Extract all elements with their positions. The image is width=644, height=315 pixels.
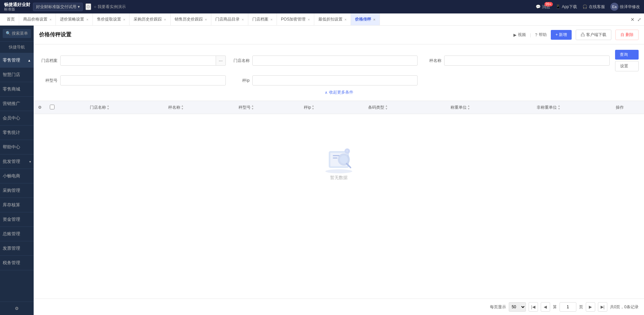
expand-arrow-icon: ▲	[28, 59, 31, 62]
page-number-input[interactable]	[560, 302, 576, 312]
table-header-check[interactable]	[46, 101, 59, 114]
message-button[interactable]: 💬 消息 99+	[536, 4, 550, 10]
sidebar-item-help[interactable]: 帮助中心	[0, 140, 34, 154]
sidebar-item-invoice[interactable]: 发票管理	[0, 241, 34, 256]
data-table: ⚙ 门店名称 ▲▼ 秤名称	[34, 101, 644, 208]
close-all-tabs-button[interactable]: ✕	[631, 17, 635, 22]
settings-search-button[interactable]: 设置	[615, 61, 639, 71]
collapse-button[interactable]: ∧ 收起更多条件	[325, 90, 353, 95]
user-area[interactable]: Ea 徐泽华修改	[610, 3, 640, 11]
header-divider: |	[530, 32, 531, 37]
sidebar-item-member[interactable]: 会员中心	[0, 111, 34, 126]
first-page-button[interactable]: |◀	[529, 302, 538, 312]
close-tab-store-profile[interactable]: ×	[271, 18, 273, 22]
close-tab-price-scale[interactable]: ×	[373, 18, 375, 22]
tab-sale-price[interactable]: 售价提取设置 ×	[93, 13, 130, 26]
last-page-button[interactable]: ▶|	[598, 302, 607, 312]
delete-button[interactable]: 自 删除	[615, 30, 639, 40]
scale-model-input[interactable]	[60, 75, 226, 85]
tab-store-catalog[interactable]: 门店商品目录 ×	[211, 13, 248, 26]
close-tab-store-catalog[interactable]: ×	[242, 18, 244, 22]
store-name-input[interactable]	[252, 56, 418, 66]
message-badge: 99+	[544, 2, 553, 6]
add-button[interactable]: + 新增	[551, 30, 572, 40]
next-page-button[interactable]: ▶	[586, 302, 595, 312]
page-size-select[interactable]: 50 10 20 100	[509, 302, 526, 312]
sidebar-item-accounting[interactable]: 总账管理	[0, 227, 34, 241]
sidebar-item-retail-stats[interactable]: 零售统计	[0, 126, 34, 140]
top-bar: 畅捷通好业财 标准版 好业财标准版交付试用 ▾ ⚙ ○ 我要看实例演示 💬 消息…	[0, 0, 644, 13]
sidebar-item-purchase[interactable]: 采购管理	[0, 183, 34, 198]
store-name-field: 门店名称	[231, 56, 418, 66]
online-service-button[interactable]: 🎧 在线客服	[582, 4, 605, 10]
table-header-settings[interactable]: ⚙	[34, 101, 46, 114]
table-header-barcode-type[interactable]: 条码类型 ▲▼	[337, 101, 419, 114]
sidebar-item-retail[interactable]: 零售管理 ▲	[0, 53, 34, 68]
close-tab-pos-manage[interactable]: ×	[308, 18, 310, 22]
video-link[interactable]: ▶ 视频	[513, 32, 526, 38]
top-bar-right: 💬 消息 99+ 📱 App下载 🎧 在线客服 Ea 徐泽华修改	[536, 3, 640, 11]
close-tab-sale-history[interactable]: ×	[205, 18, 207, 22]
page-label-before: 算	[553, 304, 557, 310]
select-all-checkbox[interactable]	[50, 105, 55, 109]
maximize-button[interactable]: ⤢	[637, 17, 641, 22]
scale-name-input[interactable]	[444, 56, 610, 66]
close-tab-product-price[interactable]: ×	[49, 18, 51, 22]
table-header-store-name[interactable]: 门店名称 ▲▼	[59, 101, 141, 114]
table-header-scale-model[interactable]: 秤型号 ▲▼	[211, 101, 281, 114]
tab-pos-manage[interactable]: POS加密管理 ×	[277, 13, 314, 26]
sidebar-item-inventory[interactable]: 库存核算	[0, 198, 34, 212]
sidebar-item-tax[interactable]: 税务管理	[0, 256, 34, 270]
close-tab-purchase-history[interactable]: ×	[164, 18, 166, 22]
form-row-2: 秤型号 秤ip	[39, 75, 639, 85]
sidebar-item-wholesale[interactable]: 批发管理 ▾	[0, 154, 34, 169]
close-tab-purchase-strategy[interactable]: ×	[86, 18, 88, 22]
tab-min-discount[interactable]: 最低折扣设置 ×	[314, 13, 351, 26]
search-menu-button[interactable]: 🔍 搜索菜单	[3, 29, 31, 38]
table-header-scale-ip[interactable]: 秤ip ▲▼	[281, 101, 337, 114]
sidebar-settings-button[interactable]: ⚙	[0, 302, 34, 315]
svg-point-0	[325, 169, 352, 173]
sidebar-item-finance[interactable]: 资金管理	[0, 212, 34, 227]
download-button[interactable]: 凸 客户端下载	[576, 30, 611, 40]
tab-home[interactable]: 首页	[3, 13, 19, 26]
tab-price-scale[interactable]: 价格传秤 ×	[351, 13, 380, 26]
svg-rect-7	[333, 158, 337, 159]
table-header-non-weight-unit[interactable]: 非称重单位 ▲▼	[501, 101, 596, 114]
version-select[interactable]: 好业财标准版交付试用 ▾	[33, 3, 83, 11]
store-profile-input[interactable]	[60, 56, 216, 66]
quick-nav-button[interactable]: 快捷导航	[9, 45, 25, 49]
demo-link[interactable]: ○ 我要看实例演示	[94, 4, 126, 10]
tab-purchase-history[interactable]: 采购历史价跟踪 ×	[130, 13, 170, 26]
tab-sale-history[interactable]: 销售历史价跟踪 ×	[171, 13, 211, 26]
search-button[interactable]: 查询	[615, 50, 639, 60]
app-download-button[interactable]: 📱 App下载	[556, 4, 577, 10]
tab-purchase-strategy[interactable]: 进价策略设置 ×	[56, 13, 93, 26]
app-settings-button[interactable]: ⚙	[85, 3, 91, 10]
tab-store-profile[interactable]: 门店档案 ×	[248, 13, 277, 26]
sidebar-item-retail-mall[interactable]: 零售商城	[0, 82, 34, 97]
scale-model-field: 秤型号	[39, 75, 226, 85]
close-tab-sale-price[interactable]: ×	[123, 18, 125, 22]
scale-ip-input[interactable]	[252, 75, 418, 85]
empty-illustration: ?	[319, 141, 359, 175]
store-profile-label: 门店档案	[39, 58, 58, 64]
help-link[interactable]: ? 帮助	[535, 32, 547, 38]
pagination-bar: 每页显示 50 10 20 100 |◀ ◀ 算 页 ▶ ▶| 共0页，0条记录	[34, 299, 644, 315]
expand-arrow-wholesale-icon: ▾	[29, 160, 31, 164]
tab-product-price[interactable]: 商品价格设置 ×	[19, 13, 56, 26]
close-tab-min-discount[interactable]: ×	[345, 18, 347, 22]
tab-bar-actions: ✕ ⤢	[631, 17, 641, 22]
logo-title: 畅捷通好业财	[4, 2, 30, 7]
logo-sub: 标准版	[4, 7, 30, 11]
prev-page-button[interactable]: ◀	[541, 302, 550, 312]
store-profile-extra-button[interactable]: ···	[216, 56, 226, 66]
sidebar-item-marketing[interactable]: 营销推广	[0, 97, 34, 111]
search-form: 门店档案 ··· 门店名称 秤名称 查询	[34, 44, 644, 101]
table-area: ⚙ 门店名称 ▲▼ 秤名称	[34, 101, 644, 299]
table-header-weight-unit[interactable]: 称重单位 ▲▼	[419, 101, 502, 114]
svg-rect-6	[333, 155, 339, 156]
table-header-scale-name[interactable]: 秤名称 ▲▼	[141, 101, 211, 114]
sidebar-item-smart-store[interactable]: 智慧门店	[0, 68, 34, 82]
sidebar-item-ecommerce[interactable]: 小畅电商	[0, 169, 34, 183]
